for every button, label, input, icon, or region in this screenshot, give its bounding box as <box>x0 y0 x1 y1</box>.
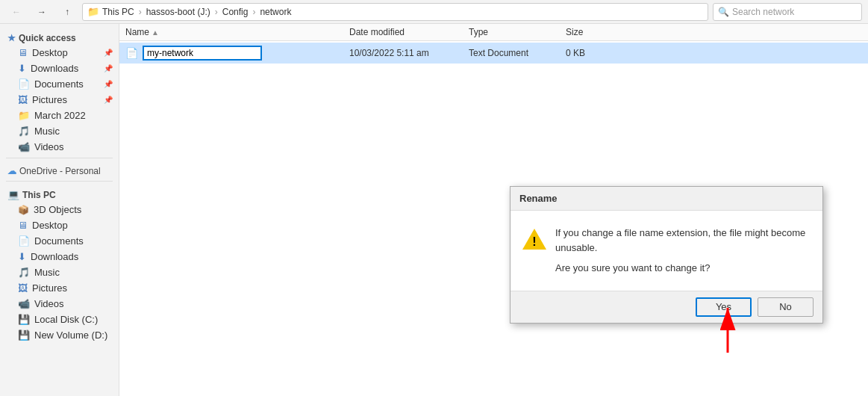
sidebar-item-downloads[interactable]: ⬇ Downloads 📌 <box>1 61 117 76</box>
desktop-icon: 🖥 <box>18 47 28 58</box>
address-path-drive: hassos-boot (J:) <box>146 7 210 17</box>
sidebar-item-label: New Volume (D:) <box>34 330 107 341</box>
address-path-network: network <box>260 7 291 17</box>
sidebar-item-pc-music[interactable]: 🎵 Music <box>1 264 117 280</box>
search-icon: 🔍 <box>718 7 729 17</box>
dialog-body: ! If you change a file name extension, t… <box>511 211 822 291</box>
sidebar-item-label: Downloads <box>31 251 78 262</box>
sidebar-item-label: Music <box>34 267 60 278</box>
pin-icon: 📌 <box>104 64 113 72</box>
sidebar-item-label: 3D Objects <box>34 204 81 215</box>
music-icon: 🎵 <box>18 126 30 137</box>
sidebar-item-label: Pictures <box>32 282 67 294</box>
folder-icon: 📁 <box>87 6 99 17</box>
this-pc-label: This PC <box>22 190 56 200</box>
sidebar-item-label: Documents <box>34 235 84 247</box>
sidebar-item-label: Videos <box>34 298 64 309</box>
pictures-icon: 🖼 <box>18 94 28 105</box>
music2-icon: 🎵 <box>18 267 30 278</box>
search-placeholder: Search network <box>732 7 794 17</box>
pc-icon: 💻 <box>7 189 19 200</box>
sidebar-item-documents[interactable]: 📄 Documents 📌 <box>1 76 117 92</box>
downloads-icon: ⬇ <box>18 63 26 74</box>
dialog-message2: Are you sure you want to change it? <box>555 261 811 276</box>
sidebar-item-3dobjects[interactable]: 📦 3D Objects <box>1 202 117 217</box>
search-bar[interactable]: 🔍 Search network <box>713 3 862 21</box>
sidebar-item-label: Documents <box>34 78 84 90</box>
warning-exclaim-icon: ! <box>532 235 536 249</box>
dialog-text: If you change a file name extension, the… <box>555 226 811 282</box>
address-separator: › <box>139 7 142 17</box>
content-area: Name ▲ Date modified Type Size 📄 10/03/2… <box>119 24 868 396</box>
sidebar-item-local-disk[interactable]: 💾 Local Disk (C:) <box>1 312 117 327</box>
videos-icon: 📹 <box>18 141 30 152</box>
quick-access-header[interactable]: ★ Quick access <box>0 28 119 45</box>
back-button[interactable]: ← <box>6 4 27 20</box>
sidebar-item-videos[interactable]: 📹 Videos <box>1 139 117 155</box>
this-pc-header[interactable]: 💻 This PC <box>0 185 119 202</box>
dialog-title: Rename <box>511 187 822 211</box>
sidebar-item-pc-downloads[interactable]: ⬇ Downloads <box>1 249 117 264</box>
quick-access-label: Quick access <box>19 33 76 43</box>
address-path-config: Config <box>222 7 249 17</box>
sidebar-item-pc-pictures[interactable]: 🖼 Pictures <box>1 280 117 296</box>
sidebar-item-label: March 2022 <box>34 110 86 121</box>
pin-icon: 📌 <box>104 96 113 104</box>
3d-icon: 📦 <box>18 205 29 215</box>
forward-button[interactable]: → <box>31 4 52 20</box>
disk-d-icon: 💾 <box>18 330 30 341</box>
yes-button[interactable]: Yes <box>696 297 752 317</box>
sidebar-item-pictures[interactable]: 🖼 Pictures 📌 <box>1 92 117 108</box>
pin-icon: 📌 <box>104 49 113 57</box>
desktop2-icon: 🖥 <box>18 220 28 231</box>
address-path-this-pc: This PC <box>102 7 134 17</box>
sidebar-item-label: Desktop <box>32 220 68 231</box>
sidebar-divider <box>6 158 113 158</box>
address-separator2: › <box>215 7 218 17</box>
sidebar-item-march2022[interactable]: 📁 March 2022 <box>1 108 117 123</box>
sidebar-item-music[interactable]: 🎵 Music <box>1 123 117 139</box>
up-button[interactable]: ↑ <box>57 4 78 20</box>
main-area: ★ Quick access 🖥 Desktop 📌 ⬇ Downloads 📌… <box>0 24 868 396</box>
sidebar-item-desktop[interactable]: 🖥 Desktop 📌 <box>1 45 117 61</box>
dialog-overlay: Rename ! If you change a file name exten… <box>119 24 868 396</box>
sidebar-item-label: Desktop <box>32 47 68 58</box>
title-bar: ← → ↑ 📁 This PC › hassos-boot (J:) › Con… <box>0 0 868 24</box>
dialog-footer: Yes No <box>511 291 822 323</box>
disk-c-icon: 💾 <box>18 314 30 325</box>
vid2-icon: 📹 <box>18 298 30 309</box>
documents-icon: 📄 <box>18 78 30 90</box>
sidebar-item-new-volume[interactable]: 💾 New Volume (D:) <box>1 327 117 343</box>
march-folder-icon: 📁 <box>18 110 30 121</box>
onedrive-label: OneDrive - Personal <box>19 166 101 176</box>
onedrive-icon: ☁ <box>7 166 16 176</box>
sidebar-item-pc-desktop[interactable]: 🖥 Desktop <box>1 217 117 233</box>
warning-icon-wrap: ! <box>522 227 546 251</box>
sidebar-item-pc-documents[interactable]: 📄 Documents <box>1 233 117 249</box>
no-button[interactable]: No <box>758 297 814 317</box>
sidebar-item-label: Pictures <box>32 94 67 105</box>
star-icon: ★ <box>7 33 16 43</box>
sidebar: ★ Quick access 🖥 Desktop 📌 ⬇ Downloads 📌… <box>0 24 119 396</box>
sidebar-item-label: Music <box>34 126 60 137</box>
sidebar-item-pc-videos[interactable]: 📹 Videos <box>1 296 117 312</box>
rename-dialog: Rename ! If you change a file name exten… <box>510 186 823 324</box>
address-bar[interactable]: 📁 This PC › hassos-boot (J:) › Config › … <box>82 3 708 21</box>
docs2-icon: 📄 <box>18 235 30 247</box>
sidebar-item-label: Local Disk (C:) <box>34 314 98 325</box>
sidebar-item-label: Downloads <box>31 63 78 74</box>
pin-icon: 📌 <box>104 80 113 88</box>
dialog-message1: If you change a file name extension, the… <box>555 226 811 255</box>
pics2-icon: 🖼 <box>18 282 28 294</box>
address-separator3: › <box>252 7 255 17</box>
sidebar-item-label: Videos <box>34 141 64 152</box>
onedrive-header[interactable]: ☁ OneDrive - Personal <box>0 161 119 178</box>
sidebar-divider2 <box>6 181 113 182</box>
dl2-icon: ⬇ <box>18 251 26 262</box>
